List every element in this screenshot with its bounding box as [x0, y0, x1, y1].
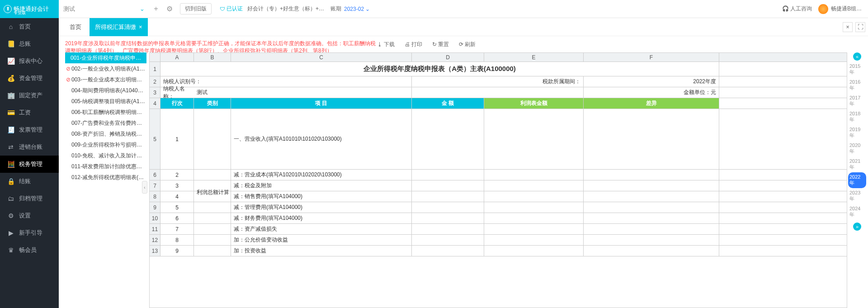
old-version-button[interactable]: 切到旧版 [180, 3, 212, 14]
add-icon[interactable]: ＋ [149, 4, 163, 14]
avatar [818, 4, 828, 14]
close-icon[interactable]: × [139, 18, 142, 19]
brand: ⬆ 畅捷通好会计 专业版 [0, 0, 59, 18]
brand-edition: 专业版 [14, 10, 26, 16]
auth-badge: 🛡 已认证 [220, 5, 243, 13]
shield-icon: 🛡 [220, 6, 225, 12]
consult-link[interactable]: 🎧 人工咨询 [782, 5, 812, 13]
period-value[interactable]: 2023-02 ⌄ [344, 6, 370, 12]
gear-icon[interactable]: ⚙ [163, 5, 176, 13]
user-menu[interactable]: 畅捷通B组… [818, 4, 862, 14]
org-current: 测试 [63, 5, 75, 13]
plan-text: 好会计（专）+好生意（标）+… [247, 5, 324, 13]
user-name: 畅捷通B组… [831, 5, 862, 13]
brand-logo-icon: ⬆ [4, 5, 12, 13]
tab-active[interactable]: 所得税汇算清缴 × [90, 18, 148, 19]
chevron-down-icon: ⌄ [140, 5, 145, 12]
period-label: 账期 [330, 5, 341, 13]
org-select[interactable]: 测试 ⌄ [59, 5, 149, 13]
tab-home[interactable]: 首页 [64, 18, 87, 19]
